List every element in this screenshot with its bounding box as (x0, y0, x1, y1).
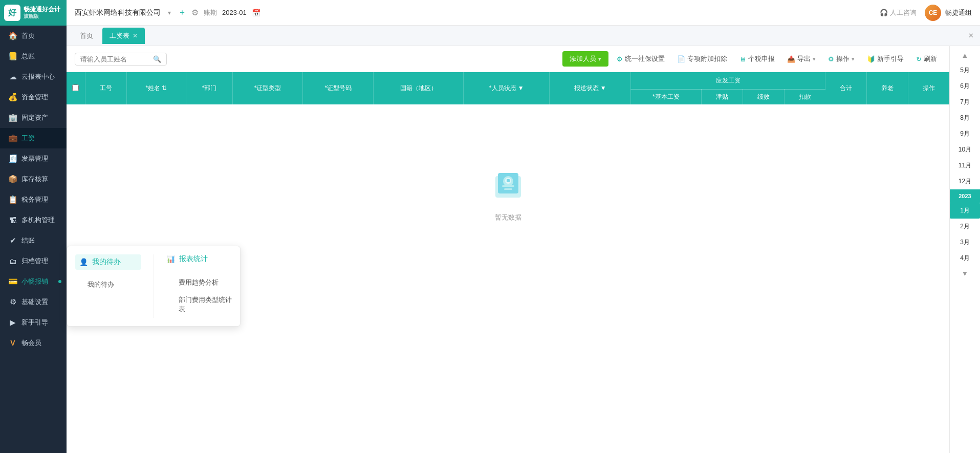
special-deduct-action[interactable]: 📄 专项附加扣除 (673, 52, 731, 66)
month-nav-item-10[interactable]: 10月 (950, 142, 980, 158)
export-action[interactable]: 📤 导出 ▾ (783, 52, 820, 66)
tab-home[interactable]: 首页 (73, 28, 100, 44)
logo-sub: 旗舰版 (24, 13, 60, 20)
sidebar-item-fixed-assets[interactable]: 🏢 固定资产 (0, 107, 67, 128)
sidebar-item-multi-org[interactable]: 🏗 多机构管理 (0, 210, 67, 230)
sidebar-item-label: 新手引导 (21, 318, 48, 327)
popup-col-reports-header[interactable]: 📊 报表统计 (166, 254, 232, 268)
th-checkbox[interactable] (67, 72, 85, 104)
avatar-initials: CE (929, 9, 938, 16)
funds-icon: 💰 (8, 93, 17, 102)
table-header-group-row: 工号 *姓名 ⇅ *部门 *证型类型 (67, 72, 949, 90)
popup-col-todo-header[interactable]: 👤 我的待办 (75, 254, 141, 270)
sidebar-item-xiaochang[interactable]: 💳 小畅报销 (0, 271, 67, 292)
sidebar-item-home[interactable]: 🏠 首页 (0, 26, 67, 46)
th-actions: 操作 (908, 72, 949, 104)
sidebar-item-salary[interactable]: 💼 工资 (0, 128, 67, 148)
calendar-icon[interactable]: 📅 (252, 9, 260, 17)
topbar: 西安虾米网络科技有限公司 ▾ ＋ ⚙ 账期 2023-01 📅 🎧 人工咨询 C… (67, 0, 980, 26)
popup-item-dept-stats[interactable]: 部门费用类型统计表 (166, 291, 232, 318)
th-allowance: 津贴 (701, 90, 743, 105)
svg-rect-4 (504, 188, 512, 190)
month-nav-item-3[interactable]: 3月 (950, 234, 980, 250)
sidebar-item-label: 固定资产 (21, 113, 48, 122)
popup-item-trend[interactable]: 费用趋势分析 (166, 274, 232, 291)
popup-col-todo: 👤 我的待办 我的待办 (75, 254, 141, 318)
month-nav-item-7[interactable]: 7月 (950, 94, 980, 110)
guide-icon: ▶ (8, 318, 17, 327)
month-nav-item-11[interactable]: 11月 (950, 158, 980, 174)
tax-report-action[interactable]: 🖥 个税申报 (735, 52, 779, 66)
tabbar: 首页 工资表 ✕ ✕ (67, 26, 980, 46)
popup-menu: 👤 我的待办 我的待办 📊 报表统计 费用趋势分析 部门费用类型统计表 (67, 246, 241, 327)
sidebar-item-label: 小畅报销 (21, 277, 48, 286)
operations-action[interactable]: ⚙ 操作 ▾ (824, 52, 859, 66)
refresh-action[interactable]: ↻ 刷新 (912, 52, 941, 66)
sidebar-item-tax[interactable]: 📋 税务管理 (0, 189, 67, 210)
select-all-checkbox[interactable] (72, 84, 79, 91)
main-area: 西安虾米网络科技有限公司 ▾ ＋ ⚙ 账期 2023-01 📅 🎧 人工咨询 C… (67, 0, 980, 453)
th-person-status[interactable]: *人员状态 ▼ (464, 72, 550, 104)
th-total: 合计 (825, 72, 867, 104)
guide-action[interactable]: 🔰 新手引导 (863, 52, 908, 66)
popup-item-my-todo[interactable]: 我的待办 (75, 276, 141, 293)
sidebar-item-basic-settings[interactable]: ⚙ 基础设置 (0, 292, 67, 312)
sidebar-item-inventory[interactable]: 📦 库存核算 (0, 169, 67, 189)
month-nav-item-2[interactable]: 2月 (950, 219, 980, 234)
tab-salary-table[interactable]: 工资表 ✕ (102, 28, 145, 44)
service-button[interactable]: 🎧 人工咨询 (880, 8, 917, 17)
sidebar-item-archive[interactable]: 🗂 归档管理 (0, 251, 67, 271)
search-icon: 🔍 (153, 55, 161, 63)
month-nav-item-6[interactable]: 6月 (950, 78, 980, 94)
sidebar-item-membership[interactable]: V 畅会员 (0, 333, 67, 353)
close-all-button[interactable]: ✕ (968, 32, 974, 39)
ledger-icon: 📒 (8, 52, 17, 61)
sidebar-item-cloud-reports[interactable]: ☁ 云报表中心 (0, 67, 67, 87)
th-name[interactable]: *姓名 ⇅ (126, 72, 186, 104)
toolbar: 🔍 添加人员 ▾ ⚙ 统一社保设置 📄 专项附加扣除 (67, 46, 949, 72)
sidebar-item-label: 发票管理 (21, 154, 48, 163)
th-department: *部门 (186, 72, 232, 104)
sidebar-item-guide[interactable]: ▶ 新手引导 (0, 312, 67, 333)
month-nav-item-1[interactable]: 1月 (950, 203, 980, 219)
service-label: 人工咨询 (890, 8, 917, 17)
th-pension: 养老 (867, 72, 908, 104)
month-nav-item-9[interactable]: 9月 (950, 126, 980, 142)
user-menu[interactable]: CE 畅捷通组 (925, 5, 972, 21)
th-report-status[interactable]: 报送状态 ▼ (550, 72, 631, 104)
empty-icon (488, 166, 529, 207)
special-deduct-label: 专项附加扣除 (687, 54, 727, 63)
popup-col-todo-title: 我的待办 (92, 257, 121, 267)
month-nav-item-4[interactable]: 4月 (950, 250, 980, 266)
refresh-icon: ↻ (916, 55, 922, 63)
archive-icon: 🗂 (8, 257, 17, 266)
th-deduct: 扣款 (784, 90, 825, 105)
month-nav-down-arrow[interactable]: ▼ (950, 266, 980, 281)
company-dropdown-icon[interactable]: ▾ (168, 9, 171, 16)
social-insurance-action[interactable]: ⚙ 统一社保设置 (613, 52, 669, 66)
month-nav-item-5[interactable]: 5月 (950, 62, 980, 78)
guide-label: 新手引导 (877, 54, 904, 63)
svg-rect-3 (502, 185, 514, 187)
sidebar-item-invoice[interactable]: 🧾 发票管理 (0, 148, 67, 169)
export-icon: 📤 (787, 55, 795, 63)
add-person-button[interactable]: 添加人员 ▾ (562, 51, 608, 67)
sidebar-item-label: 工资 (21, 134, 35, 143)
guide-icon: 🔰 (867, 55, 875, 63)
search-input[interactable] (80, 55, 150, 63)
svg-rect-6 (507, 179, 510, 182)
sidebar-item-funds[interactable]: 💰 资金管理 (0, 87, 67, 107)
th-employee-id: 工号 (85, 72, 126, 104)
month-nav-up-arrow[interactable]: ▲ (950, 48, 980, 62)
topbar-settings-icon[interactable]: ⚙ (191, 8, 199, 17)
fixed-assets-icon: 🏢 (8, 113, 17, 122)
membership-icon: V (8, 339, 17, 347)
add-company-icon[interactable]: ＋ (178, 7, 186, 18)
tab-close-icon[interactable]: ✕ (133, 32, 138, 39)
operations-label: 操作 (836, 54, 850, 63)
sidebar-item-ledger[interactable]: 📒 总账 (0, 46, 67, 67)
month-nav-item-12[interactable]: 12月 (950, 174, 980, 189)
sidebar-item-checkout[interactable]: ✔ 结账 (0, 230, 67, 251)
popup-divider (154, 254, 154, 318)
month-nav-item-8[interactable]: 8月 (950, 110, 980, 126)
